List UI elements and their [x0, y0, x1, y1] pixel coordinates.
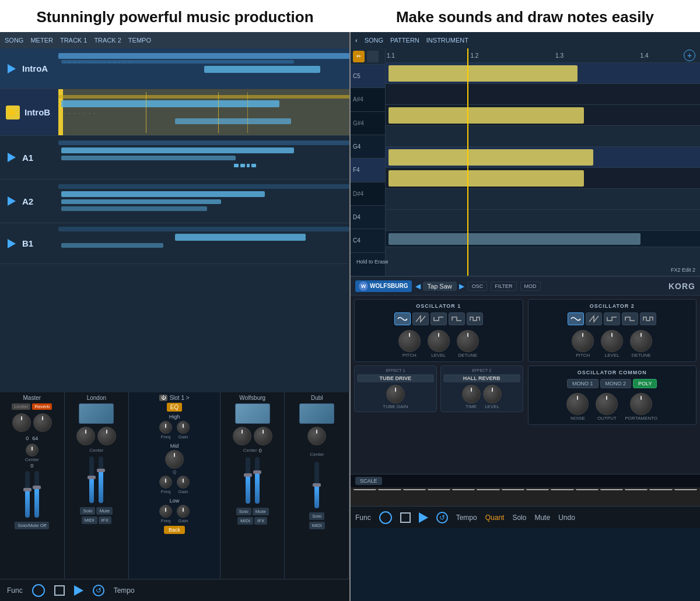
eq-low-freq-knob[interactable]: [159, 505, 172, 518]
osc-noise-knob[interactable]: [566, 393, 589, 415]
eq-high-gain-knob[interactable]: [177, 421, 190, 434]
wolfsburg-fader2[interactable]: [255, 457, 260, 504]
undo-btn[interactable]: Undo: [558, 514, 575, 522]
mod-tab[interactable]: MOD: [520, 282, 541, 291]
key-w6[interactable]: [477, 489, 499, 490]
london-knob1[interactable]: [76, 427, 95, 445]
eq-back-btn[interactable]: Back: [164, 526, 185, 534]
tempo-btn-right[interactable]: Tempo: [456, 514, 477, 522]
osc-output-knob[interactable]: [596, 393, 618, 415]
func-btn-right[interactable]: Func: [355, 514, 371, 522]
london-ifx[interactable]: IFX: [99, 516, 111, 524]
london-fader2[interactable]: [99, 456, 103, 503]
osc2-detune-knob[interactable]: [630, 330, 652, 352]
osc2-pitch-knob[interactable]: [572, 330, 594, 352]
preset-prev-btn[interactable]: ◀: [415, 282, 421, 290]
eq-mid-freq-knob[interactable]: [159, 476, 172, 488]
play-a2[interactable]: [6, 195, 18, 207]
osc2-wave-sq-dn-btn[interactable]: [604, 312, 620, 325]
poly-btn[interactable]: POLY: [633, 379, 657, 388]
eq-low-gain-knob[interactable]: [177, 505, 190, 518]
mute-btn-right[interactable]: Mute: [534, 514, 550, 522]
master-knob1[interactable]: [12, 413, 31, 432]
key-w9[interactable]: [551, 489, 573, 490]
key-w7[interactable]: [502, 489, 524, 490]
back-arrow[interactable]: ‹: [355, 37, 358, 44]
record-btn-right[interactable]: [379, 511, 392, 524]
dublin-midi[interactable]: MIDI: [309, 522, 325, 529]
pr-row-as4[interactable]: [386, 84, 700, 105]
osc2-level-knob[interactable]: [601, 330, 623, 352]
eq-mid-gain-knob[interactable]: [177, 476, 190, 488]
key-w13[interactable]: [649, 489, 672, 490]
dublin-fader1[interactable]: [314, 462, 319, 508]
wolfsburg-solo[interactable]: Solo: [236, 508, 251, 515]
eq-mid-q-knob[interactable]: [165, 450, 184, 469]
wolfsburg-midi[interactable]: MIDI: [237, 517, 253, 525]
key-w2[interactable]: [378, 489, 401, 490]
wave-sine-btn[interactable]: [394, 312, 411, 325]
pr-row-d4[interactable]: [386, 189, 700, 210]
osc-tab[interactable]: OSC: [468, 282, 488, 291]
effect2-knob2[interactable]: [483, 385, 502, 403]
wave-saw-btn[interactable]: [412, 312, 429, 325]
key-w11[interactable]: [600, 489, 623, 490]
osc-portamento-knob[interactable]: [630, 393, 652, 415]
play-b1[interactable]: [6, 238, 18, 249]
func-btn-left[interactable]: Func: [7, 586, 23, 595]
pr-row-f4[interactable]: [386, 147, 700, 168]
key-w10[interactable]: [576, 489, 598, 490]
piano-roll-grid[interactable]: 1.1 1.2 1.3 1.4 +: [386, 48, 700, 276]
key-w5[interactable]: [452, 489, 475, 490]
london-fader1[interactable]: [89, 456, 94, 503]
osc1-pitch-knob[interactable]: [398, 330, 421, 352]
pr-add-btn[interactable]: +: [684, 50, 695, 61]
play-introb[interactable]: [6, 106, 20, 120]
wave-sq-up-btn[interactable]: [449, 312, 465, 325]
master-fader1[interactable]: [25, 471, 30, 518]
london-midi[interactable]: MIDI: [82, 516, 97, 524]
play-btn-left[interactable]: [74, 585, 83, 596]
wave-pulse-btn[interactable]: [467, 312, 483, 325]
dublin-solo[interactable]: Solo: [309, 512, 324, 520]
wolfsburg-knob1[interactable]: [233, 427, 251, 445]
london-knob2[interactable]: [97, 427, 116, 445]
pr-row-g4[interactable]: [386, 126, 700, 147]
key-w1[interactable]: [354, 489, 376, 490]
pr-row-gs4[interactable]: [386, 105, 700, 126]
loop-btn-left[interactable]: ↺: [93, 585, 104, 596]
osc1-detune-knob[interactable]: [457, 330, 479, 352]
stop-btn-right[interactable]: [400, 512, 411, 523]
solo-mute-off-btn[interactable]: Solo/Mute Off: [15, 522, 49, 529]
osc2-wave-sq-up-btn[interactable]: [622, 312, 638, 325]
play-btn-right[interactable]: [419, 512, 428, 523]
record-btn-left[interactable]: [32, 584, 45, 597]
tempo-btn-left[interactable]: Tempo: [114, 586, 135, 595]
dublin-knob1[interactable]: [307, 427, 326, 445]
key-w3[interactable]: [403, 489, 426, 490]
osc2-wave-pulse-btn[interactable]: [640, 312, 656, 325]
select-icon[interactable]: [367, 51, 379, 62]
eq-high-freq-knob[interactable]: [159, 421, 172, 434]
pr-row-ds4[interactable]: [386, 168, 700, 189]
quant-btn[interactable]: Quant: [485, 514, 505, 522]
scale-btn[interactable]: SCALE: [355, 477, 382, 485]
wolfsburg-fader1[interactable]: [246, 457, 250, 504]
master-knob-center[interactable]: [26, 444, 38, 456]
mono1-btn[interactable]: MONO 1: [567, 379, 598, 388]
key-w12[interactable]: [625, 489, 648, 490]
key-w8[interactable]: [526, 489, 549, 490]
wolfsburg-ifx[interactable]: IFX: [254, 517, 267, 525]
pr-row-c5[interactable]: [386, 63, 700, 84]
wave-sq-dn-btn[interactable]: [430, 312, 447, 325]
london-solo[interactable]: Solo: [80, 507, 95, 515]
effect1-knob1[interactable]: [386, 385, 405, 403]
play-a1[interactable]: [6, 152, 18, 163]
osc2-wave-saw-btn[interactable]: [586, 312, 602, 325]
london-mute[interactable]: Mute: [96, 507, 113, 515]
wolfsburg-mute[interactable]: Mute: [253, 508, 269, 515]
solo-btn-right[interactable]: Solo: [512, 514, 526, 522]
keyboard-keys[interactable]: [351, 487, 700, 506]
eq-power-btn[interactable]: ⏻: [159, 395, 167, 401]
pencil-icon[interactable]: ✏: [353, 51, 365, 62]
